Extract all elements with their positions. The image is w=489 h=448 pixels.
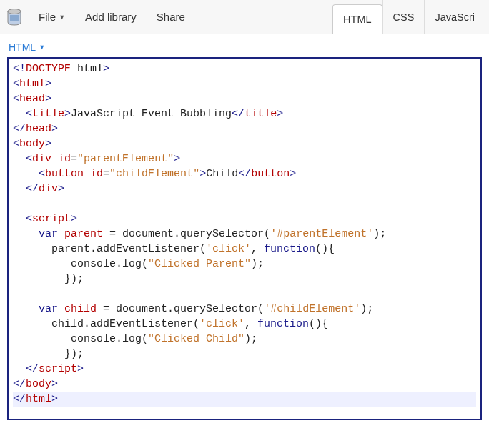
panel-tabs: HTML CSS JavaScri [332,0,485,34]
share-label: Share [157,11,185,23]
caret-down-icon: ▼ [39,44,45,51]
language-selector[interactable]: HTML [9,41,36,53]
app-logo-icon [4,7,24,27]
tab-javascript[interactable]: JavaScri [424,0,485,34]
editor-subbar: HTML ▼ [0,34,489,57]
file-menu-label: File [39,11,56,23]
caret-down-icon: ▼ [59,14,65,21]
svg-point-2 [8,9,21,14]
code-editor[interactable]: <!DOCTYPE html> <html> <head> <title>Jav… [7,57,482,420]
share-button[interactable]: Share [147,6,195,27]
add-library-button[interactable]: Add library [75,6,147,27]
tab-css[interactable]: CSS [382,0,425,34]
add-library-label: Add library [85,11,137,23]
code-content: <!DOCTYPE html> <html> <head> <title>Jav… [9,59,480,409]
tab-html[interactable]: HTML [332,4,382,34]
file-menu[interactable]: File ▼ [29,6,75,27]
main-toolbar: File ▼ Add library Share HTML CSS JavaSc… [0,0,489,34]
svg-rect-1 [10,15,19,21]
